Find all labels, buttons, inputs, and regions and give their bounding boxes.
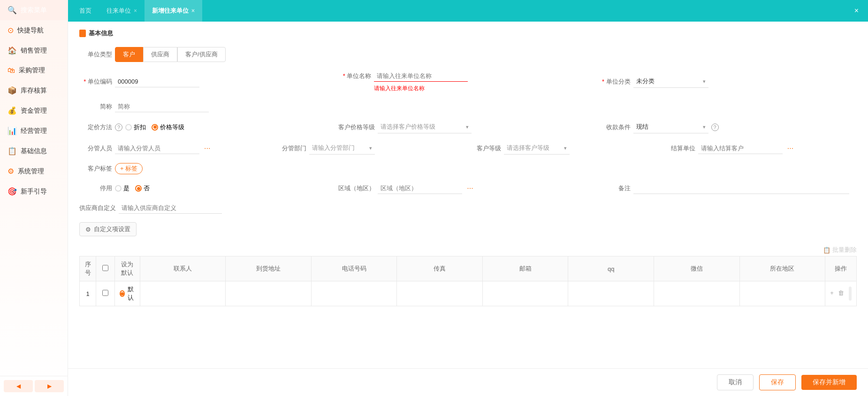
row-default-radio-option[interactable]: 默认 [120,285,135,302]
row-contact[interactable] [140,281,226,306]
th-qq: qq [568,256,654,281]
sidebar-item-sales[interactable]: 🏠 销售管理 [0,40,68,61]
unit-category-value: 未分类 [636,77,701,85]
customer-level-label: 客户等级 [468,144,501,153]
th-region: 所在地区 [739,256,825,281]
th-checkbox[interactable] [96,256,115,281]
supplier-custom-row: 供应商自定义 [79,202,857,214]
select-all-checkbox[interactable] [102,265,108,271]
row-seq: 1 [80,281,96,306]
row-phone-input[interactable] [316,288,392,299]
shortname-input[interactable] [115,101,209,112]
unit-code-label: 单位编码 [79,78,112,86]
box-icon: 📦 [8,86,17,95]
save-button[interactable]: 保存 [759,374,796,390]
settlement-unit-input[interactable] [698,143,783,154]
sidebar-item-business[interactable]: 📊 经营管理 [0,121,68,141]
payment-terms-arrow: ▾ [703,124,706,130]
shortname-field: 简称 [79,101,216,112]
custom-settings-button[interactable]: ⚙ 自定义项设置 [79,222,137,236]
tab-new-partner-label: 新增往来单位 [152,7,189,15]
row-scrollbar [849,287,852,301]
settlement-unit-dots-btn[interactable]: ··· [785,144,795,153]
sidebar-item-search[interactable]: 🔍 搜索菜单 [0,0,68,20]
region-input[interactable] [378,183,462,194]
row-region-input[interactable] [745,288,821,299]
row-default-radio [120,290,125,297]
row-qq-input[interactable] [573,288,649,299]
tab-home[interactable]: 首页 [72,0,99,22]
supplier-custom-input[interactable] [119,202,222,214]
remark-field: 备注 [598,183,857,194]
save-and-new-button[interactable]: 保存并新增 [801,375,857,390]
row-checkbox[interactable] [96,281,115,306]
row-select-checkbox[interactable] [102,290,108,296]
customer-level-select[interactable]: 请选择客户等级 ▾ [504,142,570,155]
unit-type-customer-btn[interactable]: 客户 [115,47,143,62]
unit-code-input[interactable] [115,76,199,87]
window-close-button[interactable]: × [849,7,864,15]
sidebar-collapse-right[interactable]: ▶ [35,380,64,392]
batch-delete-icon: 📋 [823,247,830,254]
code-name-category-row: 单位编码 单位名称 请输入往来单位名称 单位分类 未分类 ▾ [79,70,857,93]
sidebar-item-guide[interactable]: 🎯 新手引导 [0,181,68,202]
disabled-no-option[interactable]: 否 [135,184,150,193]
row-fax-input[interactable] [402,288,478,299]
row-qq[interactable] [568,281,654,306]
disabled-yes-option[interactable]: 是 [115,184,129,193]
row-address[interactable] [226,281,312,306]
region-dots-btn[interactable]: ··· [465,184,475,193]
row-email-input[interactable] [487,288,563,299]
form-content: 基本信息 单位类型 客户 供应商 客户/供应商 单位编码 单位名称 [68,22,868,368]
disabled-region-row: 停用 是 否 区域（地区） ··· 备注 [79,183,857,194]
tab-home-label: 首页 [79,7,91,15]
manager-dots-btn[interactable]: ··· [202,144,212,153]
sidebar-item-purchase[interactable]: 🛍 采购管理 [0,61,68,80]
unit-name-input[interactable] [374,70,468,82]
region-label: 区域（地区） [338,184,375,193]
pricing-help-icon[interactable]: ? [115,124,122,131]
unit-type-supplier-btn[interactable]: 供应商 [143,47,177,62]
sidebar-item-label: 经营管理 [21,127,47,135]
payment-terms-help-icon[interactable]: ? [711,124,719,131]
unit-category-select[interactable]: 未分类 ▾ [633,75,708,88]
section-icon [79,30,86,37]
sidebar-item-inventory[interactable]: 📦 库存核算 [0,80,68,101]
row-email[interactable] [482,281,568,306]
payment-terms-select[interactable]: 现结 ▾ [633,121,708,133]
sidebar-item-quick[interactable]: ⊙ 快捷导航 [0,20,68,40]
row-wechat[interactable] [654,281,740,306]
row-default[interactable]: 默认 [115,281,140,306]
sidebar-item-label: 库存核算 [21,86,47,95]
th-wechat: 微信 [654,256,740,281]
batch-delete-label[interactable]: 批量删除 [832,246,857,254]
sidebar-item-basic[interactable]: 📋 基础信息 [0,141,68,161]
row-phone[interactable] [311,281,397,306]
pricing-discount-option[interactable]: 折扣 [125,123,146,132]
department-select[interactable]: 请输入分管部门 ▾ [309,142,375,155]
contacts-table: 序号 设为默认 联系人 到货地址 电话号码 传真 邮箱 qq 微信 所在地区 操… [79,256,857,306]
add-tag-button[interactable]: + 标签 [115,163,143,174]
cancel-button[interactable]: 取消 [717,374,754,390]
tab-new-partner-close[interactable]: × [191,8,195,14]
pricing-pricelevel-option[interactable]: 价格等级 [152,123,184,132]
sidebar-item-label: 基础信息 [21,147,47,155]
row-region[interactable] [739,281,825,306]
supplier-custom-label: 供应商自定义 [79,204,116,212]
row-fax[interactable] [397,281,483,306]
row-add-btn[interactable]: + [830,289,834,296]
row-delete-btn[interactable]: 🗑 [838,289,844,296]
sidebar-item-system[interactable]: ⚙ 系统管理 [0,161,68,181]
row-contact-input[interactable] [145,288,221,299]
tab-new-partner[interactable]: 新增往来单位 × [145,0,202,22]
row-address-input[interactable] [230,288,306,299]
manager-input[interactable] [115,143,199,154]
remark-input[interactable] [633,183,849,194]
row-wechat-input[interactable] [659,288,735,299]
tab-partners-close[interactable]: × [134,8,137,14]
tab-partners[interactable]: 往来单位 × [99,0,145,22]
sidebar-item-finance[interactable]: 💰 资金管理 [0,101,68,121]
unit-type-both-btn[interactable]: 客户/供应商 [177,47,226,62]
customer-price-level-select[interactable]: 请选择客户价格等级 ▾ [378,121,472,133]
sidebar-collapse-left[interactable]: ◀ [4,380,33,392]
